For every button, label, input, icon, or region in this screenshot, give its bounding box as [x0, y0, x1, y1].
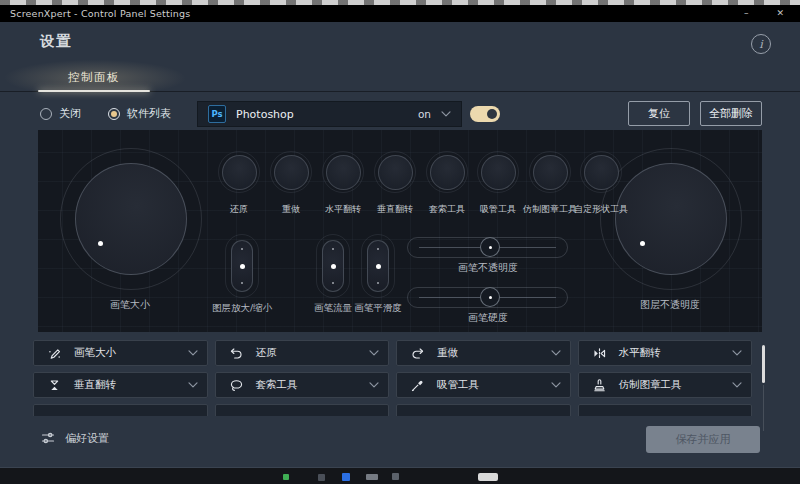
- mapping-dropdown-clone-stamp[interactable]: 仿制图章工具: [578, 372, 753, 398]
- flip-vertical-icon: [47, 378, 62, 393]
- window-titlebar: ScreenXpert - Control Panel Settings – ✕: [0, 5, 800, 22]
- mapping-scrollbar-thumb[interactable]: [762, 345, 765, 383]
- mapping-dropdown-hidden-3[interactable]: [396, 404, 571, 416]
- preferences-sliders-icon: [40, 430, 56, 446]
- brush-smoothing-slider-track: [367, 240, 389, 292]
- pad-button-redo[interactable]: [270, 151, 312, 193]
- brush-opacity-slider-knob[interactable]: [480, 237, 500, 257]
- layer-zoom-label: 图层放大/缩小: [210, 302, 274, 314]
- pad-button-flip-horizontal[interactable]: [322, 151, 364, 193]
- app-state: on: [418, 108, 431, 120]
- brush-smoothing-label: 画笔平滑度: [354, 302, 402, 314]
- mapping-label: 还原: [256, 346, 277, 360]
- desktop-background-bottom: [0, 467, 800, 484]
- mapping-label: 画笔大小: [74, 346, 116, 360]
- brush-flow-slider-track: [322, 240, 344, 292]
- undo-icon: [229, 346, 244, 361]
- brush-hardness-label: 画笔硬度: [468, 311, 508, 324]
- preferences-link[interactable]: 偏好设置: [40, 430, 109, 446]
- chevron-down-icon: [732, 350, 742, 356]
- mapping-dropdown-hidden-1[interactable]: [33, 404, 208, 416]
- brush-icon: [47, 346, 62, 361]
- chevron-down-icon: [188, 350, 198, 356]
- mapping-label: 重做: [437, 346, 458, 360]
- pad-button-label: 自定形状工具: [569, 203, 633, 216]
- delete-all-button[interactable]: 全部删除: [700, 101, 762, 126]
- pad-button-flip-vertical[interactable]: [374, 151, 416, 193]
- flip-horizontal-icon: [592, 346, 607, 361]
- pad-button-lasso[interactable]: [426, 151, 468, 193]
- controls-row: 关闭 软件列表 Ps Photoshop on 复位 全部删除: [0, 100, 800, 127]
- tab-label: 控制面板: [68, 70, 120, 85]
- chevron-down-icon: [369, 382, 379, 388]
- page-title: 设置: [40, 32, 72, 51]
- chevron-down-icon: [441, 111, 451, 117]
- radio-software-list[interactable]: 软件列表: [108, 106, 171, 121]
- taskbar-icon-light: [478, 473, 498, 481]
- mapping-dropdown-eyedropper[interactable]: 吸管工具: [396, 372, 571, 398]
- mapping-dropdown-undo[interactable]: 还原: [215, 340, 390, 366]
- app-enable-toggle[interactable]: [470, 106, 500, 122]
- mapping-dropdown-hidden-4[interactable]: [578, 404, 753, 416]
- pad-button-undo[interactable]: [218, 151, 260, 193]
- preferences-label: 偏好设置: [65, 431, 109, 446]
- brush-size-dial-knob[interactable]: [75, 163, 187, 275]
- tab-control-panel[interactable]: 控制面板: [38, 65, 150, 90]
- layer-zoom-slider-track: [231, 240, 253, 292]
- taskbar-icon-small: [392, 473, 399, 480]
- pad-button-clone-stamp[interactable]: [529, 151, 571, 193]
- brush-flow-label: 画笔流量: [313, 302, 353, 314]
- radio-software-circle: [108, 108, 120, 120]
- app-select-dropdown[interactable]: Ps Photoshop on: [197, 101, 462, 127]
- brush-size-dial-label: 画笔大小: [90, 298, 170, 311]
- layer-opacity-dial-indicator: [640, 241, 645, 246]
- chevron-down-icon: [188, 382, 198, 388]
- chevron-down-icon: [551, 382, 561, 388]
- brush-smoothing-slider[interactable]: [361, 234, 395, 298]
- minimize-button[interactable]: –: [744, 5, 749, 22]
- radio-off-circle: [40, 108, 52, 120]
- info-icon[interactable]: i: [751, 34, 771, 54]
- mapping-label: 垂直翻转: [74, 378, 116, 392]
- mapping-dropdown-flip-vertical[interactable]: 垂直翻转: [33, 372, 208, 398]
- layer-zoom-slider[interactable]: [225, 234, 259, 298]
- layer-opacity-dial-knob[interactable]: [615, 163, 727, 275]
- mapping-label: 仿制图章工具: [619, 378, 682, 392]
- pad-button-custom-shape[interactable]: [580, 151, 622, 193]
- taskbar-icon-green: [283, 474, 289, 480]
- layer-opacity-dial-label: 图层不透明度: [620, 298, 720, 311]
- mapping-dropdown-redo[interactable]: 重做: [396, 340, 571, 366]
- taskbar-icon-dark: [318, 474, 325, 481]
- mapping-dropdown-flip-horizontal[interactable]: 水平翻转: [578, 340, 753, 366]
- brush-flow-slider[interactable]: [316, 234, 350, 298]
- chevron-down-icon: [551, 350, 561, 356]
- tab-active-underline: [38, 90, 150, 92]
- radio-software-label: 软件列表: [127, 106, 171, 121]
- mapping-label: 吸管工具: [437, 378, 479, 392]
- taskbar-icon-gray: [366, 474, 378, 480]
- radio-off-label: 关闭: [59, 106, 81, 121]
- clone-stamp-icon: [592, 378, 607, 393]
- brush-hardness-slider-knob[interactable]: [480, 287, 500, 307]
- chevron-down-icon: [732, 382, 742, 388]
- control-pad-preview: 画笔大小 图层不透明度 还原 重做 水平翻转 垂直翻转 套索工具 吸管工具 仿制…: [38, 130, 762, 332]
- mapping-label: 套索工具: [256, 378, 298, 392]
- mapping-dropdown-brush-size[interactable]: 画笔大小: [33, 340, 208, 366]
- photoshop-icon: Ps: [208, 105, 226, 123]
- mapping-dropdown-hidden-2[interactable]: [215, 404, 390, 416]
- mapping-label: 水平翻转: [619, 346, 661, 360]
- window-title: ScreenXpert - Control Panel Settings: [10, 8, 190, 19]
- close-button[interactable]: ✕: [776, 5, 784, 22]
- app-name: Photoshop: [236, 108, 294, 121]
- toggle-knob: [487, 109, 497, 119]
- reset-button[interactable]: 复位: [628, 101, 690, 126]
- taskbar-icon-blue: [342, 473, 350, 481]
- mapping-dropdown-lasso[interactable]: 套索工具: [215, 372, 390, 398]
- settings-window: 设置 i 控制面板 关闭 软件列表 Ps Photoshop on 复位 全部删…: [0, 22, 800, 467]
- mapping-scrollbar-track: [763, 385, 764, 431]
- chevron-down-icon: [369, 350, 379, 356]
- save-apply-button[interactable]: 保存并应用: [646, 426, 760, 453]
- redo-icon: [410, 346, 425, 361]
- pad-button-eyedropper[interactable]: [477, 151, 519, 193]
- radio-off[interactable]: 关闭: [40, 106, 81, 121]
